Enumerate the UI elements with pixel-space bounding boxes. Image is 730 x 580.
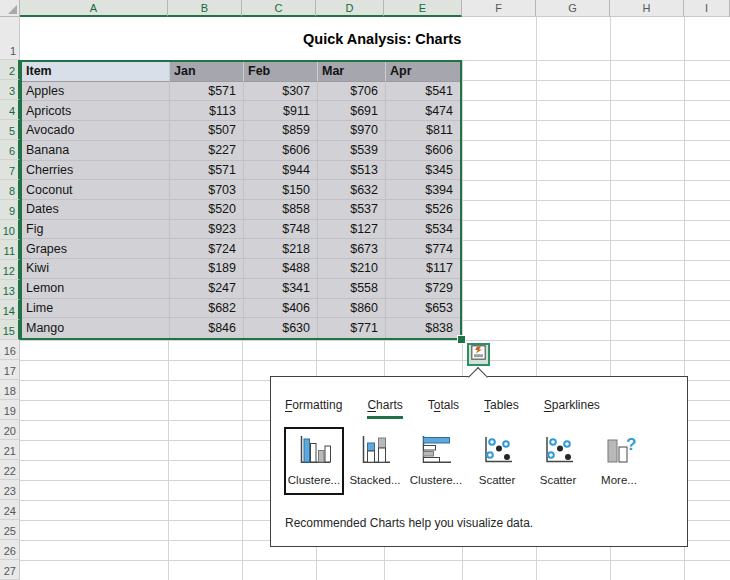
cell-C3[interactable]: $307 xyxy=(244,82,318,102)
cell-D6[interactable]: $539 xyxy=(318,141,386,161)
cell-B8[interactable]: $703 xyxy=(170,180,244,200)
cell-B10[interactable]: $923 xyxy=(170,220,244,240)
chart-option-4-scatter[interactable]: Scatter xyxy=(467,427,527,495)
cell-C12[interactable]: $488 xyxy=(244,259,318,279)
cell-A8[interactable]: Coconut xyxy=(22,180,170,200)
cell-A10[interactable]: Fig xyxy=(22,220,170,240)
chart-option-2-stacked-column[interactable]: Stacked... xyxy=(345,427,405,495)
cell-E3[interactable]: $541 xyxy=(386,82,460,102)
chart-option-6-more-charts[interactable]: ?More... xyxy=(589,427,649,495)
cell-E10[interactable]: $534 xyxy=(386,220,460,240)
select-all-button[interactable] xyxy=(0,0,20,17)
cell-D15[interactable]: $771 xyxy=(318,318,386,338)
cell-E14[interactable]: $653 xyxy=(386,299,460,319)
cell-B3[interactable]: $571 xyxy=(170,82,244,102)
row-header-19[interactable]: 19 xyxy=(0,400,20,420)
cell-E2[interactable]: Apr xyxy=(386,62,460,82)
cell-D11[interactable]: $673 xyxy=(318,239,386,259)
row-header-14[interactable]: 14 xyxy=(0,300,20,320)
cell-A6[interactable]: Banana xyxy=(22,141,170,161)
quick-analysis-button[interactable] xyxy=(467,343,490,366)
cell-D9[interactable]: $537 xyxy=(318,200,386,220)
cell-C13[interactable]: $341 xyxy=(244,279,318,299)
cell-B5[interactable]: $507 xyxy=(170,121,244,141)
row-header-15[interactable]: 15 xyxy=(0,320,20,340)
cell-C7[interactable]: $944 xyxy=(244,161,318,181)
row-header-2[interactable]: 2 xyxy=(0,60,20,80)
cell-D4[interactable]: $691 xyxy=(318,101,386,121)
cell-E5[interactable]: $811 xyxy=(386,121,460,141)
cell-C4[interactable]: $911 xyxy=(244,101,318,121)
cell-E8[interactable]: $394 xyxy=(386,180,460,200)
cell-D12[interactable]: $210 xyxy=(318,259,386,279)
row-header-8[interactable]: 8 xyxy=(0,180,20,200)
column-header-A[interactable]: A xyxy=(20,0,168,17)
row-header-17[interactable]: 17 xyxy=(0,360,20,380)
row-header-16[interactable]: 16 xyxy=(0,340,20,360)
tab-formatting[interactable]: Formatting xyxy=(285,398,342,412)
column-header-F[interactable]: F xyxy=(462,0,536,17)
cell-A14[interactable]: Lime xyxy=(22,299,170,319)
column-header-H[interactable]: H xyxy=(610,0,684,17)
cell-C14[interactable]: $406 xyxy=(244,299,318,319)
cell-A4[interactable]: Apricots xyxy=(22,101,170,121)
cell-B15[interactable]: $846 xyxy=(170,318,244,338)
row-header-25[interactable]: 25 xyxy=(0,520,20,540)
column-header-G[interactable]: G xyxy=(536,0,610,17)
row-header-1[interactable]: 1 xyxy=(0,17,20,60)
row-header-6[interactable]: 6 xyxy=(0,140,20,160)
row-header-13[interactable]: 13 xyxy=(0,280,20,300)
cell-E9[interactable]: $526 xyxy=(386,200,460,220)
cell-D10[interactable]: $127 xyxy=(318,220,386,240)
cell-B13[interactable]: $247 xyxy=(170,279,244,299)
cell-B4[interactable]: $113 xyxy=(170,101,244,121)
row-header-10[interactable]: 10 xyxy=(0,220,20,240)
column-header-I[interactable]: I xyxy=(684,0,730,17)
cell-B2[interactable]: Jan xyxy=(170,62,244,82)
cell-B7[interactable]: $571 xyxy=(170,161,244,181)
cell-C5[interactable]: $859 xyxy=(244,121,318,141)
cell-C2[interactable]: Feb xyxy=(244,62,318,82)
cell-C9[interactable]: $858 xyxy=(244,200,318,220)
row-header-21[interactable]: 21 xyxy=(0,440,20,460)
cell-D2[interactable]: Mar xyxy=(318,62,386,82)
cell-C10[interactable]: $748 xyxy=(244,220,318,240)
cell-A7[interactable]: Cherries xyxy=(22,161,170,181)
cell-B12[interactable]: $189 xyxy=(170,259,244,279)
cell-A2[interactable]: Item xyxy=(22,62,170,82)
cell-B11[interactable]: $724 xyxy=(170,239,244,259)
cell-A3[interactable]: Apples xyxy=(22,82,170,102)
cell-E11[interactable]: $774 xyxy=(386,239,460,259)
row-header-20[interactable]: 20 xyxy=(0,420,20,440)
row-header-22[interactable]: 22 xyxy=(0,460,20,480)
cell-E13[interactable]: $729 xyxy=(386,279,460,299)
row-header-24[interactable]: 24 xyxy=(0,500,20,520)
tab-tables[interactable]: Tables xyxy=(484,398,519,412)
chart-option-1-clustered-column[interactable]: Clustere... xyxy=(284,427,344,495)
cell-C11[interactable]: $218 xyxy=(244,239,318,259)
row-header-9[interactable]: 9 xyxy=(0,200,20,220)
cell-C8[interactable]: $150 xyxy=(244,180,318,200)
row-header-4[interactable]: 4 xyxy=(0,100,20,120)
column-header-C[interactable]: C xyxy=(242,0,316,17)
chart-option-5-scatter[interactable]: Scatter xyxy=(528,427,588,495)
row-header-11[interactable]: 11 xyxy=(0,240,20,260)
column-header-E[interactable]: E xyxy=(384,0,462,17)
cell-A11[interactable]: Grapes xyxy=(22,239,170,259)
row-header-18[interactable]: 18 xyxy=(0,380,20,400)
row-header-27[interactable]: 27 xyxy=(0,560,20,580)
tab-sparklines[interactable]: Sparklines xyxy=(544,398,600,412)
cell-C15[interactable]: $630 xyxy=(244,318,318,338)
cell-A5[interactable]: Avocado xyxy=(22,121,170,141)
cell-A13[interactable]: Lemon xyxy=(22,279,170,299)
cell-D8[interactable]: $632 xyxy=(318,180,386,200)
row-header-12[interactable]: 12 xyxy=(0,260,20,280)
row-header-3[interactable]: 3 xyxy=(0,80,20,100)
row-header-7[interactable]: 7 xyxy=(0,160,20,180)
cell-B9[interactable]: $520 xyxy=(170,200,244,220)
cell-D3[interactable]: $706 xyxy=(318,82,386,102)
chart-option-3-clustered-bar[interactable]: Clustere... xyxy=(406,427,466,495)
cell-B6[interactable]: $227 xyxy=(170,141,244,161)
cell-A9[interactable]: Dates xyxy=(22,200,170,220)
cell-E7[interactable]: $345 xyxy=(386,161,460,181)
